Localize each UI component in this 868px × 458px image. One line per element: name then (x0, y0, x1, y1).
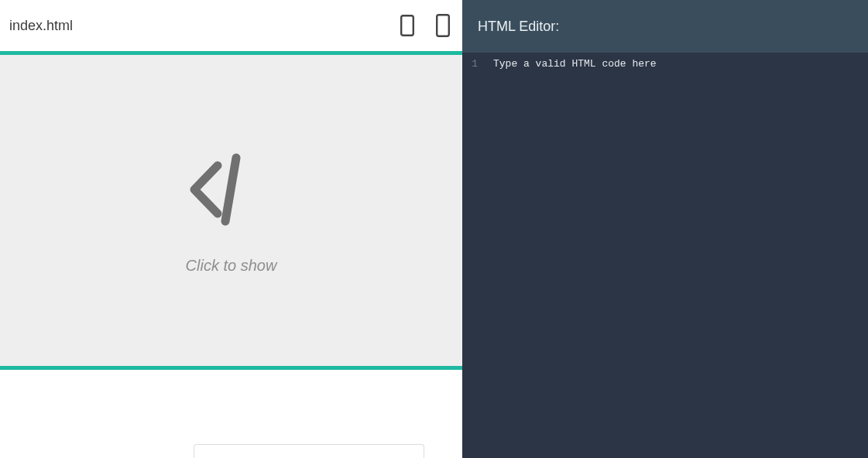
preview-area[interactable]: Click to show (0, 51, 462, 370)
svg-rect-0 (401, 15, 413, 36)
preview-hint-text: Click to show (186, 257, 277, 275)
device-icon-group (400, 14, 456, 37)
code-icon (185, 147, 278, 232)
phone-landscape-icon[interactable] (436, 14, 450, 37)
svg-rect-1 (437, 15, 449, 36)
filename-label: index.html (9, 18, 73, 34)
line-number: 1 (462, 57, 484, 71)
bottom-area (0, 370, 462, 458)
editor-body[interactable]: 1 Type a valid HTML code here (462, 53, 868, 458)
editor-header: HTML Editor: (462, 0, 868, 53)
bottom-panel[interactable] (194, 444, 424, 458)
preview-pane: index.html Click to show (0, 0, 462, 458)
editor-title: HTML Editor: (478, 19, 559, 35)
svg-line-2 (225, 158, 236, 221)
editor-line[interactable]: 1 Type a valid HTML code here (462, 57, 868, 71)
preview-header: index.html (0, 0, 462, 51)
line-content[interactable]: Type a valid HTML code here (484, 57, 657, 71)
phone-portrait-icon[interactable] (400, 15, 414, 36)
editor-pane: HTML Editor: 1 Type a valid HTML code he… (462, 0, 868, 458)
